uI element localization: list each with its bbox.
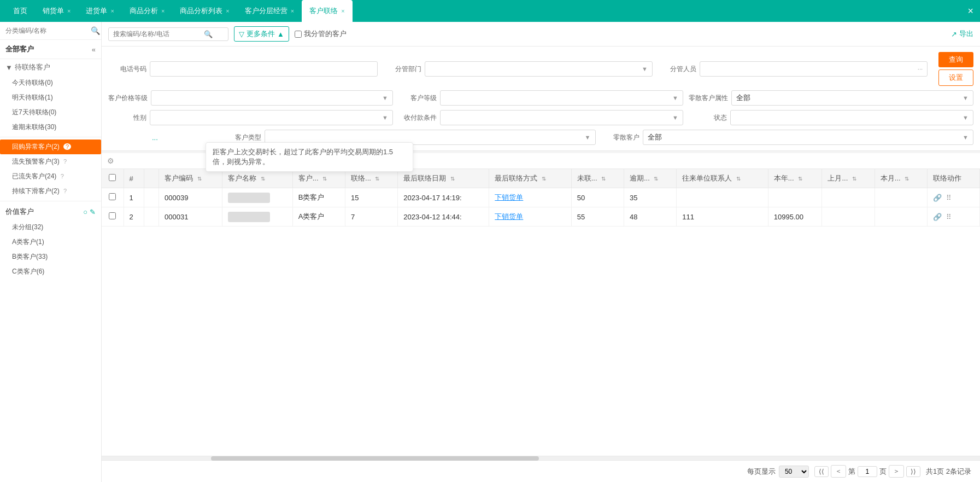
- row2-action-more-icon[interactable]: ⠿: [946, 213, 952, 221]
- sidebar-item-class-b[interactable]: B类客户(33): [0, 249, 101, 264]
- row1-method-link[interactable]: 下销货单: [495, 193, 523, 201]
- nav-home[interactable]: 首页: [5, 0, 35, 22]
- close-customer-contact-icon[interactable]: ×: [341, 8, 344, 14]
- nav-product-list[interactable]: 商品分析列表 ×: [172, 0, 237, 22]
- close-sales-icon[interactable]: ×: [67, 8, 71, 14]
- manager-chevron-icon: ···: [918, 66, 923, 72]
- dept-chevron-icon: ▼: [642, 66, 648, 72]
- horizontal-scrollbar[interactable]: [102, 456, 980, 460]
- price-level-select[interactable]: ▼: [151, 90, 393, 106]
- close-purchase-icon[interactable]: ×: [110, 8, 114, 14]
- row2-checkbox[interactable]: [109, 212, 116, 219]
- zero-retail-chevron-icon: ▼: [963, 134, 969, 141]
- nav-customer-contact[interactable]: 客户联络 ×: [302, 0, 352, 22]
- sort-last-month-icon: ⇅: [852, 176, 856, 182]
- manager-select[interactable]: ···: [700, 61, 928, 77]
- col-last-contact-method[interactable]: 最后联络方式 ⇅: [489, 169, 571, 188]
- sidebar-search-input[interactable]: [5, 27, 87, 34]
- customers-table: # 客户编码 ⇅ 客户名称 ⇅ 客户... ⇅ 联络... ⇅ 最后联络日期 ⇅…: [102, 169, 980, 227]
- col-contacts[interactable]: 往来单位联系人 ⇅: [677, 169, 768, 188]
- settings-button[interactable]: 设置: [938, 69, 973, 86]
- content-area: 距客户上次交易时长，超过了此客户的平均交易周期的1.5倍，则视为异常。 🔍 ▽ …: [102, 22, 980, 482]
- customer-level-chevron-icon: ▼: [672, 95, 678, 101]
- close-customer-tier-icon[interactable]: ×: [291, 8, 294, 14]
- sidebar-item-7days[interactable]: 近7天待联络(0): [0, 105, 101, 120]
- row1-checkbox[interactable]: [109, 193, 116, 200]
- sidebar-item-churn-warning[interactable]: 流失预警客户(3) ?: [0, 154, 101, 169]
- col-unlinkable[interactable]: 未联... ⇅: [571, 169, 624, 188]
- dept-select[interactable]: ▼: [425, 61, 653, 77]
- sidebar-search-icon[interactable]: 🔍: [91, 26, 100, 35]
- col-customer-type[interactable]: 客户... ⇅: [292, 169, 345, 188]
- export-button[interactable]: ↗ 导出: [951, 29, 973, 39]
- zero-retail-select[interactable]: 全部 ▼: [643, 130, 974, 145]
- filter-field-phone: 电话号码: [108, 61, 378, 77]
- first-page-button[interactable]: ⟨⟨: [814, 466, 829, 477]
- pagination-bar: 每页显示 20 50 100 ⟨⟨ ＜ 第 页 ＞ ⟩⟩ 共1页 2条记录: [102, 460, 980, 482]
- filter-my-customers-checkbox[interactable]: [295, 31, 302, 38]
- sidebar-add-icon[interactable]: ✎: [90, 208, 96, 216]
- status-select[interactable]: ▼: [730, 110, 973, 125]
- more-fields-dots[interactable]: ...: [152, 133, 158, 142]
- query-button[interactable]: 查询: [938, 52, 973, 67]
- table-settings-icon[interactable]: ⚙: [107, 156, 114, 165]
- page-number-input[interactable]: [858, 466, 877, 477]
- export-icon: ↗: [951, 30, 957, 38]
- filter-my-customers-checkbox-label[interactable]: 我分管的客户: [295, 29, 347, 39]
- row2-checkbox-cell: [102, 207, 124, 227]
- col-customer-name[interactable]: 客户名称 ⇅: [222, 169, 292, 188]
- row2-action-link-icon[interactable]: 🔗: [933, 213, 942, 221]
- sidebar-item-ungrouped[interactable]: 未分组(32): [0, 220, 101, 235]
- col-this-month[interactable]: 本月... ⇅: [875, 169, 927, 188]
- table-row: 1 000039 ████ B类客户 15 2023-04-17 14:19: …: [102, 188, 980, 207]
- close-product-list-icon[interactable]: ×: [226, 8, 229, 14]
- gender-select[interactable]: ▼: [150, 110, 393, 125]
- last-page-button[interactable]: ⟩⟩: [906, 466, 920, 477]
- col-customer-code[interactable]: 客户编码 ⇅: [159, 169, 222, 188]
- sidebar-edit-icon[interactable]: ○: [83, 208, 87, 216]
- nav-product-analysis[interactable]: 商品分析 ×: [122, 0, 172, 22]
- sidebar-collapse-icon[interactable]: «: [92, 45, 96, 54]
- zero-retail-attr-select[interactable]: 全部 ▼: [731, 90, 973, 106]
- phone-input[interactable]: [150, 61, 378, 77]
- scrollbar-thumb[interactable]: [211, 456, 539, 461]
- sidebar-item-tomorrow[interactable]: 明天待联络(1): [0, 90, 101, 105]
- filter-search-icon[interactable]: 🔍: [204, 30, 213, 38]
- filter-search-input[interactable]: [113, 30, 201, 38]
- nav-customer-tier[interactable]: 客户分层经营 ×: [237, 0, 302, 22]
- col-overdue[interactable]: 逾期... ⇅: [624, 169, 677, 188]
- sidebar-item-today[interactable]: 今天待联络(0): [0, 76, 101, 90]
- sidebar-item-declining[interactable]: 持续下滑客户(2) ?: [0, 184, 101, 199]
- customer-level-select[interactable]: ▼: [440, 90, 683, 106]
- col-last-month[interactable]: 上月... ⇅: [822, 169, 875, 188]
- close-product-analysis-icon[interactable]: ×: [161, 8, 165, 14]
- select-all-checkbox[interactable]: [109, 174, 116, 181]
- col-last-contact-date[interactable]: 最后联络日期 ⇅: [398, 169, 489, 188]
- table-header-row: # 客户编码 ⇅ 客户名称 ⇅ 客户... ⇅ 联络... ⇅ 最后联络日期 ⇅…: [102, 169, 980, 188]
- sidebar-item-overdue[interactable]: 逾期未联络(30): [0, 120, 101, 135]
- filter-bar: 🔍 ▽ 更多条件 ▲ 我分管的客户 ↗ 导出: [102, 22, 980, 47]
- sidebar-item-churned[interactable]: 已流失客户(24) ?: [0, 169, 101, 184]
- payment-select[interactable]: ▼: [440, 110, 683, 125]
- sidebar-item-class-a[interactable]: A类客户(1): [0, 235, 101, 249]
- col-contact-count[interactable]: 联络... ⇅: [345, 169, 398, 188]
- row1-action-more-icon[interactable]: ⠿: [946, 194, 952, 202]
- sidebar-section-value-customers[interactable]: 价值客户 ○ ✎: [0, 204, 101, 220]
- row1-last-method: 下销货单: [489, 188, 571, 207]
- filter-field-price-level: 客户价格等级 ▼: [108, 90, 393, 106]
- prev-page-button[interactable]: ＜: [831, 465, 846, 478]
- sidebar-item-class-c[interactable]: C类客户(6): [0, 264, 101, 279]
- close-all-tabs-button[interactable]: ×: [967, 5, 973, 17]
- nav-purchase[interactable]: 进货单 ×: [78, 0, 121, 22]
- next-page-button[interactable]: ＞: [889, 465, 904, 478]
- sidebar-item-abnormal-repurchase[interactable]: 回购异常客户(2) ?: [0, 140, 101, 154]
- nav-sales[interactable]: 销货单 ×: [35, 0, 78, 22]
- row2-method-link[interactable]: 下销货单: [495, 212, 523, 220]
- row1-name: ████: [222, 188, 292, 207]
- row1-action-link-icon[interactable]: 🔗: [933, 194, 942, 202]
- filter-more-conditions-button[interactable]: ▽ 更多条件 ▲: [234, 26, 289, 42]
- col-this-year[interactable]: 本年... ⇅: [768, 169, 822, 188]
- per-page-select[interactable]: 20 50 100: [779, 466, 809, 478]
- sidebar-section-pending[interactable]: ▼ 待联络客户: [0, 59, 101, 76]
- sidebar-all-customers[interactable]: 全部客户 «: [0, 40, 101, 59]
